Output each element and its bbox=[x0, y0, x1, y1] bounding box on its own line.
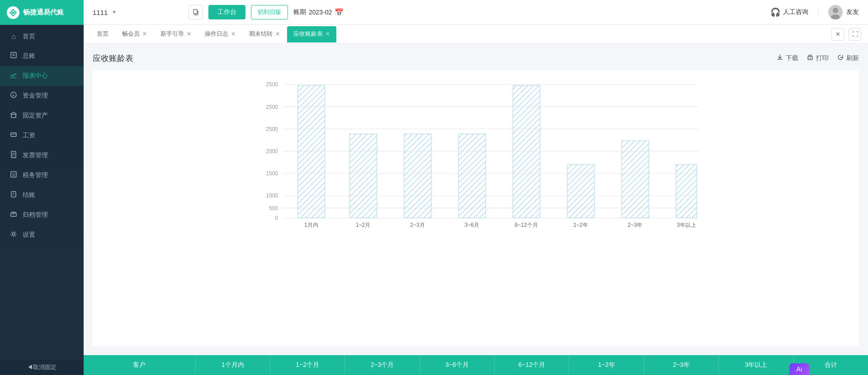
cancel-fixed-btn[interactable]: ◀︎取消固定 bbox=[0, 360, 84, 375]
download-label: 下载 bbox=[786, 54, 798, 62]
user-name: 友友 bbox=[846, 8, 859, 16]
tab-home[interactable]: 首页 bbox=[90, 26, 115, 42]
tab-guide-close[interactable]: ✕ bbox=[187, 31, 191, 37]
svg-text:¥: ¥ bbox=[12, 94, 15, 98]
sidebar-item-home[interactable]: ⌂ 首页 bbox=[0, 27, 84, 46]
payroll-icon bbox=[9, 131, 18, 140]
tab-aging[interactable]: 应收账龄表 ✕ bbox=[287, 26, 336, 42]
svg-text:1000: 1000 bbox=[266, 192, 278, 199]
sidebar-item-ledger-label: 总账 bbox=[23, 52, 35, 60]
col-3year-plus: 3年以上 bbox=[719, 355, 793, 375]
logo-icon bbox=[7, 6, 19, 19]
close-accounts-icon bbox=[9, 191, 18, 200]
sidebar-item-assets[interactable]: 固定资产 bbox=[0, 106, 84, 126]
sidebar-item-invoice[interactable]: 发票管理 bbox=[0, 145, 84, 165]
svg-text:2000: 2000 bbox=[266, 148, 278, 155]
main-content: 1111 ▼ 工作台 切到旧版 账期 2023-02 📅 🎧 人工咨询 | bbox=[84, 0, 868, 375]
sidebar-item-payroll[interactable]: 工资 bbox=[0, 126, 84, 145]
svg-text:3年以上: 3年以上 bbox=[677, 222, 696, 228]
svg-text:0: 0 bbox=[275, 215, 278, 221]
tab-oplog-close[interactable]: ✕ bbox=[231, 31, 236, 37]
invoice-icon bbox=[9, 151, 18, 160]
sidebar-item-ledger[interactable]: 总账 bbox=[0, 46, 84, 66]
tab-member[interactable]: 畅会员 ✕ bbox=[116, 26, 153, 42]
sidebar-item-tax-label: 税务管理 bbox=[23, 171, 48, 179]
sidebar-item-close-label: 结账 bbox=[23, 191, 35, 199]
copy-button[interactable] bbox=[189, 5, 203, 19]
content-actions: 下载 打印 刷新 bbox=[776, 54, 859, 63]
col-3-6month: 3~6个月 bbox=[420, 355, 495, 375]
svg-rect-60 bbox=[676, 164, 697, 218]
sidebar-item-payroll-label: 工资 bbox=[23, 131, 35, 140]
chart-container: 2500 2500 2500 2000 1500 1000 500 0 bbox=[93, 70, 859, 346]
sidebar-item-funds-label: 资金管理 bbox=[23, 92, 48, 100]
tab-oplog[interactable]: 操作日志 ✕ bbox=[198, 26, 242, 42]
funds-icon: ¥ bbox=[9, 91, 18, 100]
download-icon bbox=[776, 54, 783, 63]
tab-guide-label: 新手引导 bbox=[160, 30, 184, 38]
download-button[interactable]: 下载 bbox=[776, 54, 798, 63]
svg-rect-50 bbox=[404, 134, 431, 218]
sidebar-item-close[interactable]: 结账 bbox=[0, 185, 84, 205]
home-icon: ⌂ bbox=[9, 33, 18, 41]
tab-home-label: 首页 bbox=[97, 30, 108, 38]
switch-version-button[interactable]: 切到旧版 bbox=[251, 5, 288, 19]
print-label: 打印 bbox=[816, 54, 829, 62]
col-2-3year: 2~3年 bbox=[644, 355, 719, 375]
tab-guide[interactable]: 新手引导 ✕ bbox=[154, 26, 198, 42]
tabs-actions: ✕ ⛶ bbox=[831, 28, 861, 41]
tab-member-label: 畅会员 bbox=[122, 30, 140, 38]
svg-text:2~3月: 2~3月 bbox=[410, 222, 425, 228]
sidebar-item-tax[interactable]: 税 税务管理 bbox=[0, 165, 84, 185]
sidebar-item-funds[interactable]: ¥ 资金管理 bbox=[0, 86, 84, 106]
svg-text:1月内: 1月内 bbox=[304, 222, 318, 228]
svg-text:1~2月: 1~2月 bbox=[356, 222, 370, 228]
tab-period-end[interactable]: 期末结转 ✕ bbox=[243, 26, 286, 42]
svg-rect-54 bbox=[513, 85, 540, 218]
sidebar-item-settings[interactable]: 设置 bbox=[0, 225, 84, 245]
company-name: 1111 bbox=[93, 9, 108, 16]
svg-text:1500: 1500 bbox=[266, 170, 278, 177]
refresh-button[interactable]: 刷新 bbox=[837, 54, 859, 63]
content-header: 应收账龄表 下载 打印 bbox=[93, 53, 859, 64]
user-menu[interactable]: 友友 bbox=[828, 5, 859, 19]
sidebar-item-home-label: 首页 bbox=[23, 33, 35, 41]
company-selector[interactable]: 1111 ▼ bbox=[93, 9, 183, 16]
maximize-tab-btn[interactable]: ⛶ bbox=[849, 28, 861, 41]
sidebar-item-reports[interactable]: 报表中心 bbox=[0, 66, 84, 86]
content-inner: 应收账龄表 下载 打印 bbox=[84, 44, 868, 355]
settings-icon bbox=[9, 230, 18, 239]
workbench-button[interactable]: 工作台 bbox=[208, 5, 245, 19]
header-right: 🎧 人工咨询 | 友友 bbox=[770, 5, 859, 19]
sidebar-item-reports-label: 报表中心 bbox=[23, 72, 48, 80]
close-tab-btn[interactable]: ✕ bbox=[831, 28, 844, 41]
sidebar: 畅捷通易代账 ⌂ 首页 总账 报表中心 bbox=[0, 0, 84, 375]
sidebar-item-settings-label: 设置 bbox=[23, 231, 35, 239]
tab-aging-close[interactable]: ✕ bbox=[326, 31, 330, 37]
tabs-bar: 首页 畅会员 ✕ 新手引导 ✕ 操作日志 ✕ 期末结转 ✕ 应收账龄表 ✕ ✕ … bbox=[84, 25, 868, 44]
print-button[interactable]: 打印 bbox=[807, 54, 829, 63]
page-title: 应收账龄表 bbox=[93, 53, 133, 64]
tab-member-close[interactable]: ✕ bbox=[142, 31, 147, 37]
app-logo[interactable]: 畅捷通易代账 bbox=[0, 0, 84, 25]
sidebar-item-archive-label: 归档管理 bbox=[23, 211, 48, 219]
svg-rect-0 bbox=[11, 52, 16, 58]
service-button[interactable]: 🎧 人工咨询 bbox=[770, 7, 808, 17]
divider: | bbox=[817, 9, 819, 16]
tab-aging-label: 应收账龄表 bbox=[293, 30, 323, 38]
sidebar-item-invoice-label: 发票管理 bbox=[23, 151, 48, 159]
ledger-icon bbox=[9, 52, 18, 61]
service-label: 人工咨询 bbox=[783, 8, 808, 16]
tab-period-end-close[interactable]: ✕ bbox=[275, 31, 280, 37]
svg-text:2500: 2500 bbox=[266, 126, 278, 132]
bar-chart: 2500 2500 2500 2000 1500 1000 500 0 bbox=[102, 80, 850, 238]
reports-icon bbox=[9, 71, 18, 80]
col-1-2month: 1~2个月 bbox=[270, 355, 345, 375]
period-label: 账期 bbox=[293, 8, 306, 16]
table-header: 客户 1个月内 1~2个月 2~3个月 3~6个月 6~12个月 1~2年 2~… bbox=[84, 355, 868, 375]
app-name: 畅捷通易代账 bbox=[23, 8, 64, 17]
tab-period-end-label: 期末结转 bbox=[249, 30, 273, 38]
ai-badge[interactable]: Ai bbox=[789, 363, 809, 375]
period-selector[interactable]: 账期 2023-02 📅 bbox=[293, 8, 344, 17]
sidebar-item-archive[interactable]: 归档管理 bbox=[0, 205, 84, 225]
